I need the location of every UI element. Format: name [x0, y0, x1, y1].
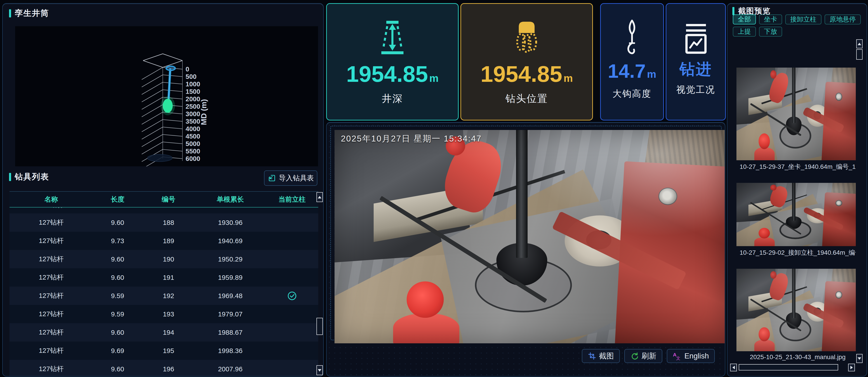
depth-axis-ticks: 0500100015002000250030003500400045005000…	[142, 66, 200, 166]
screenshot-thumbnail[interactable]: 10-27_15-29-37_坐卡_1940.64m_编号_1	[737, 68, 856, 171]
screenshot-preview-panel: 截图预览 全部坐卡接卸立柱原地悬停 上提下放 10-27_15-29-37_坐卡…	[727, 3, 867, 377]
svg-text:4500: 4500	[186, 133, 200, 140]
cell-cumulative: 1979.07	[195, 310, 266, 318]
table-row[interactable]: 127钻杆 9.60 196 2007.96	[9, 360, 318, 376]
up-arrow-icon	[858, 43, 861, 45]
cell-cumulative: 1940.69	[195, 237, 266, 245]
filter-chip[interactable]: 上提	[733, 27, 756, 37]
language-button-label: English	[684, 352, 709, 360]
bit-position-card: 1954.85 m 钻头位置	[460, 3, 593, 121]
refresh-icon	[630, 352, 639, 360]
cell-number: 190	[142, 255, 195, 263]
value-word: 钻进	[680, 61, 712, 76]
prism-top-edge	[143, 61, 182, 67]
filter-chip[interactable]: 原地悬停	[825, 14, 861, 24]
cell-name: 127钻杆	[9, 236, 93, 246]
table-row[interactable]: 127钻杆 9.59 193 1979.07	[9, 305, 318, 323]
drilling-dashboard: 孪生井筒 05001000150020002500300035004000450…	[0, 0, 868, 377]
cell-cumulative: 1959.89	[195, 274, 266, 281]
filter-row-2: 上提下放	[733, 27, 782, 37]
table-row[interactable]: 127钻杆 9.69 195 1998.36	[9, 342, 318, 360]
visual-condition-value: 钻进	[680, 61, 712, 76]
cell-number: 195	[142, 347, 195, 355]
column-header: 名称	[9, 195, 93, 204]
scrollbar-thumb[interactable]	[856, 49, 863, 60]
scroll-left-button[interactable]	[730, 364, 737, 371]
screenshot-button[interactable]: 截图	[582, 349, 620, 363]
cell-length: 9.60	[93, 219, 143, 226]
scroll-up-button[interactable]	[856, 39, 863, 49]
preview-scrollbar-vertical[interactable]	[856, 39, 863, 363]
svg-text:2000: 2000	[186, 95, 200, 103]
video-frame: 2025年10月27日 星期一 15:34:47	[330, 126, 722, 340]
cell-name: 127钻杆	[9, 309, 93, 319]
screenshot-crop-icon	[588, 352, 596, 360]
screenshot-thumbnail[interactable]: 2025-10-25_21-30-43_manual.jpg	[737, 269, 856, 361]
cell-number: 194	[142, 328, 195, 336]
svg-text:文: 文	[676, 356, 680, 360]
svg-text:5000: 5000	[186, 140, 200, 147]
table-row-clipped-content: 127钻杆 9.60 187 1921.36	[9, 208, 318, 213]
value-number: 14.7	[608, 61, 646, 81]
bit-position-value: 1954.85 m	[480, 63, 573, 85]
well-depth-value: 1954.85 m	[346, 63, 438, 85]
cell-cumulative: 1988.67	[195, 328, 266, 336]
preview-scrollbar-horizontal[interactable]	[730, 364, 855, 371]
filter-chip[interactable]: 坐卡	[759, 14, 782, 24]
import-button-label: 导入钻具表	[279, 174, 314, 183]
scroll-up-button[interactable]	[316, 192, 323, 202]
well-bottom-marker	[147, 154, 172, 162]
drill-table-body: 127钻杆 9.60 188 1930.96 127钻杆 9.73	[9, 213, 318, 376]
filter-chip[interactable]: 接卸立柱	[785, 14, 822, 24]
table-row[interactable]: 127钻杆 9.60 188 1930.96	[9, 213, 318, 232]
scrollbar-thumb[interactable]	[739, 364, 838, 371]
thumbnail-caption: 10-27_15-29-02_接卸立柱_1940.64m_编号	[737, 248, 856, 257]
cell-length: 9.60	[93, 255, 143, 263]
twin-wellbore-panel: 孪生井筒 05001000150020002500300035004000450…	[2, 3, 324, 377]
table-row[interactable]: 127钻杆 9.59 192 1969.48	[9, 287, 318, 305]
scroll-down-button[interactable]	[316, 365, 323, 375]
table-row-partial[interactable]: 127钻杆 9.60 187 1921.36	[9, 208, 318, 213]
filter-chip[interactable]: 下放	[759, 27, 782, 37]
column-header: 长度	[93, 195, 143, 204]
table-row[interactable]: 127钻杆 9.60 191 1959.89	[9, 268, 318, 287]
cell-number: 188	[142, 219, 195, 226]
table-row[interactable]: 127钻杆 9.73 189 1940.69	[9, 232, 318, 250]
cell-current	[266, 218, 318, 228]
title-accent-bar	[9, 9, 11, 18]
panel-title-text: 孪生井筒	[15, 8, 49, 19]
cell-current	[266, 236, 318, 246]
refresh-button[interactable]: 刷新	[624, 349, 662, 363]
table-row[interactable]: 127钻杆 9.60 194 1988.67	[9, 323, 318, 342]
table-scrollbar[interactable]	[316, 192, 323, 375]
table-row[interactable]: 127钻杆 9.60 190 1950.29	[9, 250, 318, 268]
cell-number: 196	[142, 365, 195, 373]
svg-text:5500: 5500	[186, 148, 200, 155]
language-toggle-button[interactable]: A 文 English	[667, 349, 715, 363]
left-arrow-icon	[733, 366, 735, 369]
cell-number: 187	[142, 208, 195, 209]
svg-text:500: 500	[186, 73, 196, 80]
vignette	[737, 183, 856, 246]
scroll-down-button[interactable]	[856, 354, 863, 363]
cell-length: 9.59	[93, 310, 143, 318]
down-arrow-icon	[858, 357, 861, 360]
svg-text:0: 0	[186, 66, 189, 73]
screenshot-thumbnail[interactable]: 10-27_15-29-02_接卸立柱_1940.64m_编号	[737, 183, 856, 257]
refresh-button-label: 刷新	[642, 351, 656, 361]
cell-current	[266, 327, 318, 338]
value-unit: m	[647, 69, 656, 79]
cell-current	[266, 346, 318, 356]
live-video-panel: 2025年10月27日 星期一 15:34:47 截图 刷新	[326, 122, 725, 377]
cell-current	[266, 364, 318, 374]
thumbnail-image	[737, 183, 856, 246]
scroll-right-button[interactable]	[848, 364, 855, 371]
cell-cumulative: 2007.96	[195, 365, 266, 373]
scrollbar-thumb[interactable]	[316, 318, 323, 335]
import-drill-table-button[interactable]: 导入钻具表	[264, 170, 317, 186]
filter-chip[interactable]: 全部	[733, 14, 756, 24]
wellbore-3d-view[interactable]: 0500100015002000250030003500400045005000…	[15, 26, 318, 166]
value-unit: m	[429, 73, 438, 84]
cell-length: 9.73	[93, 237, 143, 245]
card-label: 井深	[382, 92, 403, 105]
